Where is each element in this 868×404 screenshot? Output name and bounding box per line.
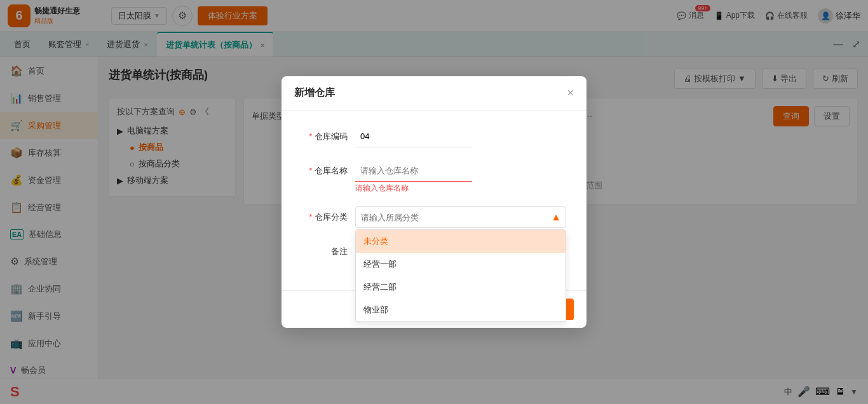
warehouse-name-input[interactable] [355, 160, 472, 182]
warehouse-name-label: 仓库名称 [302, 160, 348, 177]
modal-header: 新增仓库 × [281, 76, 587, 111]
warehouse-name-row: 仓库名称 请输入仓库名称 [302, 160, 566, 194]
warehouse-code-input[interactable] [355, 126, 472, 147]
modal-body: 仓库编码 仓库名称 请输入仓库名称 仓库分类 ▲ [281, 111, 587, 290]
category-dropdown-list: 未分类 经营一部 经营二部 物业部 [355, 229, 566, 322]
warehouse-name-field: 请输入仓库名称 [355, 160, 566, 194]
new-warehouse-modal: 新增仓库 × 仓库编码 仓库名称 请输入仓库名称 仓库分类 [281, 76, 587, 328]
dropdown-item-dept1[interactable]: 经营一部 [356, 253, 566, 276]
warehouse-category-field: ▲ 未分类 经营一部 经营二部 物业部 [355, 206, 566, 228]
dropdown-item-dept2[interactable]: 经营二部 [356, 276, 566, 299]
warehouse-note-label: 备注 [302, 241, 348, 257]
warehouse-code-field [355, 126, 566, 147]
modal-overlay: 新增仓库 × 仓库编码 仓库名称 请输入仓库名称 仓库分类 [0, 0, 868, 404]
dropdown-item-none[interactable]: 未分类 [356, 230, 566, 253]
warehouse-code-label: 仓库编码 [302, 126, 348, 142]
warehouse-name-error: 请输入仓库名称 [355, 183, 566, 194]
dropdown-item-property[interactable]: 物业部 [356, 299, 566, 321]
warehouse-category-label: 仓库分类 [302, 206, 348, 223]
modal-close-button[interactable]: × [567, 86, 574, 100]
modal-title: 新增仓库 [294, 86, 335, 100]
warehouse-category-input[interactable] [355, 206, 566, 228]
warehouse-category-row: 仓库分类 ▲ 未分类 经营一部 经营二部 物业部 [302, 206, 566, 228]
warehouse-code-row: 仓库编码 [302, 126, 566, 147]
